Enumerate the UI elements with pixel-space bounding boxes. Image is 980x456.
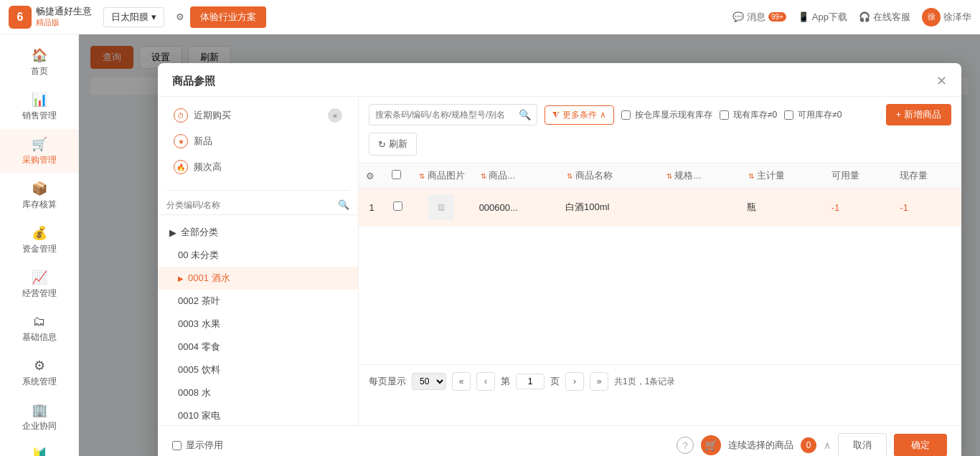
category-item-water[interactable]: 0008 水 (158, 381, 358, 404)
quick-recent[interactable]: ⏱ 近期购买 « (166, 104, 349, 127)
category-item-beverage[interactable]: 0005 饮料 (158, 358, 358, 381)
last-page-button[interactable]: » (590, 372, 608, 391)
category-item-appliance[interactable]: 0010 家电 (158, 404, 358, 425)
table-head: ⚙ ⇅ 商品图片 (359, 163, 961, 189)
page-size-select[interactable]: 50 (412, 373, 446, 390)
sidebar-item-inventory[interactable]: 📦 库存核算 (0, 174, 78, 218)
user-area[interactable]: 徐 徐泽华 (922, 8, 971, 27)
row-image: 🖼 (410, 189, 472, 227)
more-filter-button[interactable]: ⧨ 更多条件 ∧ (545, 105, 614, 125)
sidebar-item-home[interactable]: 🏠 首页 (0, 40, 78, 85)
prev-page-button[interactable]: ‹ (476, 372, 495, 391)
quick-access: ⏱ 近期购买 « ★ 新品 🔥 频次高 (158, 97, 358, 186)
clock-icon: ⏱ (174, 108, 188, 123)
sidebar-item-sales[interactable]: 📊 销售管理 (0, 85, 78, 129)
quick-frequent[interactable]: 🔥 频次高 (166, 156, 349, 179)
refresh-product-button[interactable]: ↻ 刷新 (369, 133, 417, 156)
sidebar-item-finance[interactable]: 💰 资金管理 (0, 218, 78, 262)
product-table-area: ⚙ ⇅ 商品图片 (359, 163, 961, 425)
sidebar-item-purchase[interactable]: 🛒 采购管理 (0, 129, 78, 174)
system-icon: ⚙ (34, 358, 45, 374)
sidebar: 🏠 首页 📊 销售管理 🛒 采购管理 📦 库存核算 💰 资金管理 📈 经营管理 … (0, 34, 79, 456)
operations-icon: 📈 (32, 270, 47, 285)
category-search-area: 🔍 (158, 195, 358, 215)
modal-toolbar: 🔍 ⧨ 更多条件 ∧ 按仓库显示现有库存 (359, 97, 961, 163)
sort-icon-unit: ⇅ (748, 172, 754, 180)
product-search-input[interactable] (369, 110, 513, 120)
category-item-all[interactable]: ▶ 全部分类 (158, 221, 358, 244)
row-name: 白酒100ml (558, 189, 658, 227)
cart-icon[interactable]: 🛒 (701, 435, 721, 455)
category-item-snack[interactable]: 0004 零食 (158, 336, 358, 358)
next-page-button[interactable]: › (565, 372, 584, 391)
chevron-down-icon: ▾ (151, 11, 156, 22)
row-check[interactable] (385, 189, 410, 227)
add-product-button[interactable]: + 新增商品 (886, 104, 951, 125)
row-available: -1 (824, 189, 893, 227)
col-check (385, 163, 410, 189)
check-usable-checkbox[interactable] (784, 110, 793, 120)
col-available-header: 可用量 (824, 163, 893, 189)
product-search-button[interactable]: 🔍 (513, 105, 537, 125)
col-settings[interactable]: ⚙ (359, 163, 385, 189)
chevron-up-icon[interactable]: ∧ (824, 440, 831, 451)
fire-icon: 🔥 (174, 160, 188, 174)
row-code: 000600... (472, 189, 558, 227)
sidebar-item-guide[interactable]: 🔰 新手引导 (0, 440, 78, 456)
cart-count: 0 (801, 437, 816, 453)
table-row[interactable]: 1 🖼 (359, 189, 961, 227)
app-download[interactable]: 📱 App下载 (798, 11, 847, 24)
category-item-fruit[interactable]: 0003 水果 (158, 313, 358, 336)
experience-button[interactable]: 体验行业方案 (190, 6, 266, 28)
first-page-button[interactable]: « (452, 372, 471, 391)
check-available-checkbox[interactable] (720, 110, 729, 120)
messages-area[interactable]: 💬 消息 99+ (732, 11, 786, 24)
nav-dropdown[interactable]: 日太阳膜 ▾ (103, 7, 164, 27)
headset-icon: 🎧 (859, 11, 870, 22)
sidebar-item-system[interactable]: ⚙ 系统管理 (0, 351, 78, 395)
col-stock-header: 现存量 (892, 163, 961, 189)
page-number-input[interactable] (516, 374, 545, 389)
collapse-button[interactable]: « (328, 108, 342, 123)
row-stock: -1 (892, 189, 961, 227)
top-nav: 6 畅捷通好生意 精品版 日太阳膜 ▾ ⚙ 体验行业方案 💬 消息 99+ 📱 … (0, 0, 980, 34)
check-usable-label[interactable]: 可用库存≠0 (784, 109, 842, 121)
confirm-button[interactable]: 确定 (894, 434, 947, 456)
show-disabled-label[interactable]: 显示停用 (172, 439, 223, 452)
inventory-icon: 📦 (32, 181, 47, 196)
main-content: 查询 设置 刷新 商品参照 ✕ ⏱ 近期购 (79, 34, 980, 456)
category-search-icon[interactable]: 🔍 (338, 199, 349, 210)
product-table: ⚙ ⇅ 商品图片 (359, 163, 961, 227)
app-layout: 🏠 首页 📊 销售管理 🛒 采购管理 📦 库存核算 💰 资金管理 📈 经营管理 … (0, 34, 980, 456)
col-code-header: ⇅ 商品... (472, 163, 558, 189)
sidebar-item-basic-info[interactable]: 🗂 基础信息 (0, 307, 78, 351)
phone-icon: 📱 (798, 11, 809, 22)
cancel-button[interactable]: 取消 (838, 433, 887, 456)
avatar: 徐 (922, 8, 941, 27)
category-item-liquor[interactable]: ▶ 0001 酒水 (158, 267, 358, 290)
check-stock-checkbox[interactable] (621, 110, 631, 120)
row-unit: 瓶 (740, 189, 824, 227)
category-tree: ▶ 全部分类 00 未分类 ▶ 0001 酒水 0002 茶叶 (158, 215, 358, 425)
help-icon[interactable]: ? (677, 437, 694, 454)
table-body: 1 🖼 (359, 189, 961, 227)
show-disabled-checkbox[interactable] (172, 441, 182, 450)
select-all-checkbox[interactable] (392, 170, 401, 179)
sidebar-item-enterprise[interactable]: 🏢 企业协同 (0, 395, 78, 440)
category-search-input[interactable] (166, 200, 334, 210)
modal-close-button[interactable]: ✕ (936, 73, 947, 89)
category-item-uncategorized[interactable]: 00 未分类 (158, 244, 358, 267)
quick-new[interactable]: ★ 新品 (166, 130, 349, 153)
gear-icon[interactable]: ⚙ (170, 7, 190, 27)
enterprise-icon: 🏢 (32, 402, 47, 418)
pagination: 每页显示 50 « ‹ 第 页 › » 共1页，1条记录 (359, 364, 961, 398)
refresh-icon: ↻ (378, 139, 386, 150)
sidebar-item-operations[interactable]: 📈 经营管理 (0, 262, 78, 307)
category-item-tea[interactable]: 0002 茶叶 (158, 290, 358, 313)
message-icon: 💬 (732, 11, 744, 22)
check-available-label[interactable]: 现有库存≠0 (720, 109, 777, 121)
check-stock-label[interactable]: 按仓库显示现有库存 (621, 109, 712, 121)
cart-text: 连续选择的商品 (728, 439, 793, 452)
online-service[interactable]: 🎧 在线客服 (859, 11, 910, 24)
row-checkbox[interactable] (393, 201, 402, 211)
